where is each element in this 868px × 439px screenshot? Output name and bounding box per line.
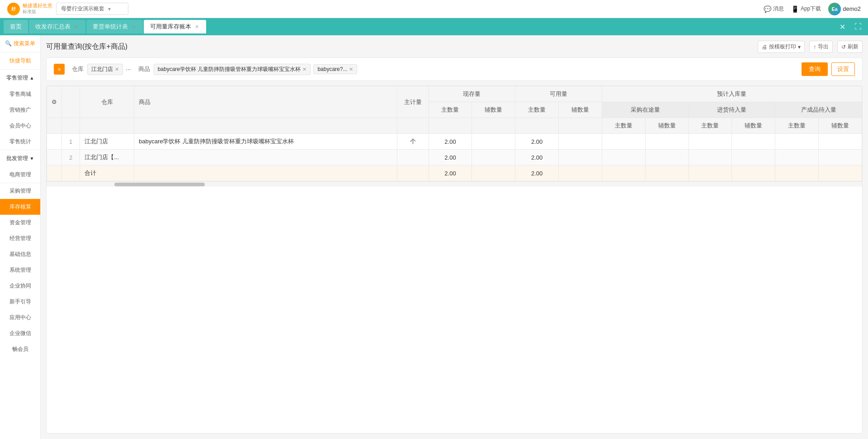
horizontal-scrollbar[interactable] (47, 181, 862, 187)
sum-purchase-main (602, 165, 645, 181)
th-main-unit: 主计量 (397, 86, 429, 118)
table-row: 1 江北门店 babycare学饮杯 儿童防摔防撞吸管杯重力球吸嘴杯宝宝水杯 个… (47, 134, 862, 150)
product-tag-text: babycare学饮杯 儿童防摔防撞吸管杯重力球吸嘴杯宝宝水杯 (158, 66, 301, 73)
product-tag-babycare2: babycare?... ✕ (313, 64, 357, 74)
logo-area: 好 畅捷通好生意 标准版 (7, 3, 52, 15)
th-current-stock: 现存量 (429, 86, 515, 102)
setting-button[interactable]: 设置 (831, 62, 855, 76)
filter-toggle-button[interactable]: » (54, 64, 65, 75)
th-empty7 (472, 118, 515, 134)
username: demo2 (843, 5, 861, 12)
sum-row: 合计 2.00 2.00 (47, 165, 862, 181)
row2-product-main (775, 150, 819, 165)
th-empty5 (397, 118, 429, 134)
sidebar-item-operations[interactable]: 经营管理 (0, 231, 40, 246)
industry-selector[interactable]: 母婴行业演示账套 ▾ (56, 3, 128, 15)
sum-stock-aux (472, 165, 515, 181)
query-button[interactable]: 查询 (802, 62, 828, 76)
row2-product (134, 150, 397, 165)
sidebar-group-wholesale-header[interactable]: 批发管理 ▼ (0, 150, 40, 167)
sidebar-item-system[interactable]: 系统管理 (0, 262, 40, 278)
sidebar-item-basic-info[interactable]: 基础信息 (0, 246, 40, 262)
window-maximize-icon[interactable]: ⛶ (852, 22, 864, 32)
chevron-down-icon: ▾ (108, 6, 111, 12)
sidebar: 🔍 搜索菜单 快捷导航 零售管理 ▲ 零售商城 营销推广 会员中心 零售统计 (0, 35, 41, 439)
tab-order-stats[interactable]: 要货单统计表 ✕ (86, 20, 143, 33)
product-tag-close[interactable]: ✕ (302, 66, 307, 72)
th-goods-main: 主数量 (689, 118, 732, 134)
product-tag2-close[interactable]: ✕ (349, 66, 353, 72)
warehouse-tags: 江北门店 ✕ ··· (87, 64, 131, 75)
th-forecast-in: 预计入库量 (602, 86, 862, 102)
warehouse-tag-close[interactable]: ✕ (115, 66, 119, 72)
print-template-button[interactable]: 🖨 按模板打印 ▾ (758, 41, 805, 53)
page-actions: 🖨 按模板打印 ▾ ↑ 导出 ↺ 刷新 (758, 41, 863, 53)
enterprise-wechat-label: 企业微信 (9, 330, 31, 336)
scroll-thumb[interactable] (114, 183, 205, 186)
tab-home[interactable]: 首页 (4, 20, 28, 33)
sidebar-item-vip[interactable]: 畅会员 (0, 341, 40, 357)
sidebar-item-ecommerce[interactable]: 电商管理 (0, 167, 40, 183)
th-empty4 (134, 118, 397, 134)
sidebar-item-purchase[interactable]: 采购管理 (0, 183, 40, 199)
vip-label: 畅会员 (12, 346, 28, 352)
th-product-main: 主数量 (775, 118, 819, 134)
order-tab-close[interactable]: ✕ (131, 24, 137, 30)
th-purchase-transit: 采购在途量 (602, 102, 689, 118)
message-button[interactable]: 💬 消息 (764, 5, 784, 13)
row1-purchase-main (602, 134, 645, 150)
chevron-down-icon: ▼ (30, 156, 34, 161)
row1-goods-main (689, 134, 732, 150)
export-button[interactable]: ↑ 导出 (809, 41, 833, 53)
tab-available-inventory[interactable]: 可用量库存账本 ✕ (144, 20, 206, 33)
finance-label: 资金管理 (9, 219, 31, 226)
th-index (62, 86, 80, 118)
warehouse-more-icon[interactable]: ··· (126, 66, 131, 73)
sidebar-item-enterprise-wechat[interactable]: 企业微信 (0, 326, 40, 341)
th-empty9 (559, 118, 602, 134)
page-title-bar: 可用量查询(按仓库+商品) 🖨 按模板打印 ▾ ↑ 导出 ↺ 刷新 (46, 41, 863, 53)
app-download-button[interactable]: 📱 App下载 (791, 5, 821, 13)
row2-product-aux (819, 150, 862, 165)
search-icon: 🔍 (5, 40, 12, 47)
refresh-button[interactable]: ↺ 刷新 (837, 41, 863, 53)
table-container: ⚙ 仓库 商品 主计量 现存量 (46, 85, 863, 434)
sidebar-search[interactable]: 🔍 搜索菜单 (0, 35, 40, 52)
new-guide-label: 新手引导 (9, 298, 31, 305)
sidebar-item-new-guide[interactable]: 新手引导 (0, 294, 40, 310)
app-center-label: 应用中心 (9, 314, 31, 321)
sidebar-item-inventory[interactable]: 库存核算 (0, 199, 40, 215)
inventory-tab-close[interactable]: ✕ (194, 24, 200, 30)
row1-settings (47, 134, 62, 150)
member-center-label: 会员中心 (9, 123, 31, 129)
table-header-row-3: 主数量 辅数量 主数量 辅数量 主数量 辅数量 (47, 118, 862, 134)
top-header: 好 畅捷通好生意 标准版 母婴行业演示账套 ▾ 💬 消息 📱 App下载 Ea … (0, 0, 868, 18)
row1-avail-aux (559, 134, 602, 150)
sidebar-item-marketing[interactable]: 营销推广 (0, 102, 40, 118)
product-tags: babycare学饮杯 儿童防摔防撞吸管杯重力球吸嘴杯宝宝水杯 ✕ babyca… (154, 64, 358, 75)
sidebar-item-member-center[interactable]: 会员中心 (0, 118, 40, 134)
sidebar-group-retail-header[interactable]: 零售管理 ▲ (0, 70, 40, 86)
settings-icon[interactable]: ⚙ (52, 99, 57, 105)
sidebar-item-finance[interactable]: 资金管理 (0, 215, 40, 231)
row1-unit: 个 (397, 134, 429, 150)
sidebar-item-quick-nav[interactable]: 快捷导航 (0, 52, 40, 70)
receipt-tab-close[interactable]: ✕ (73, 24, 79, 30)
user-area[interactable]: Ea demo2 (828, 3, 861, 15)
enterprise-collab-label: 企业协同 (9, 283, 31, 289)
tab-receipt-summary[interactable]: 收发存汇总表 ✕ (29, 20, 85, 33)
header-left: 好 畅捷通好生意 标准版 母婴行业演示账套 ▾ (7, 3, 128, 15)
th-settings: ⚙ (47, 86, 62, 118)
sidebar-item-app-center[interactable]: 应用中心 (0, 310, 40, 326)
th-empty6 (429, 118, 472, 134)
sidebar-item-retail-mall[interactable]: 零售商城 (0, 86, 40, 102)
sidebar-item-retail-stats[interactable]: 零售统计 (0, 134, 40, 150)
window-close-icon[interactable]: ✕ (837, 22, 848, 32)
quick-nav-label: 快捷导航 (9, 57, 31, 64)
sidebar-item-enterprise-collab[interactable]: 企业协同 (0, 278, 40, 294)
th-product-aux: 辅数量 (819, 118, 862, 134)
row1-purchase-aux (645, 134, 689, 150)
print-chevron-icon: ▾ (798, 44, 801, 50)
th-purchase-main: 主数量 (602, 118, 645, 134)
wholesale-mgmt-label: 批发管理 (6, 155, 28, 162)
